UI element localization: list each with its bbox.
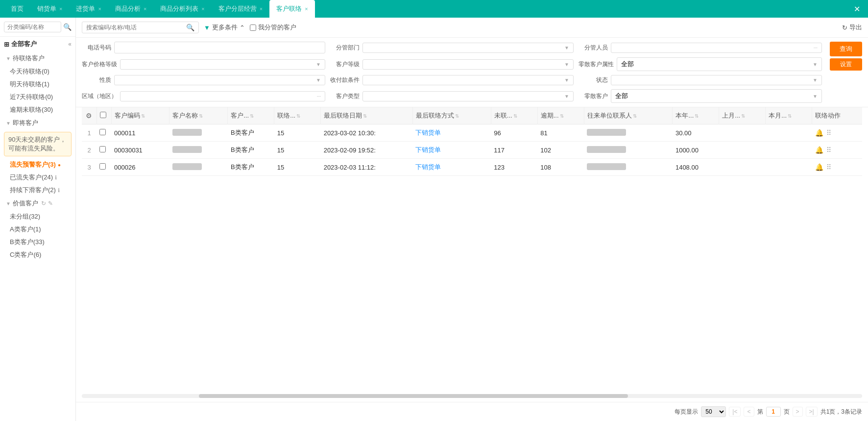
query-button[interactable]: 查询 — [830, 42, 862, 56]
filter-dept: 分管部门 ▼ — [330, 43, 574, 53]
edit-icon[interactable]: ✎ — [48, 200, 53, 207]
sidebar-group-pending[interactable]: ▼ 待联络客户 — [0, 51, 75, 65]
export-icon: ↻ — [842, 24, 847, 31]
cell-last-month — [719, 124, 766, 142]
cell-checkbox[interactable] — [96, 142, 111, 159]
tab-goods-analysis[interactable]: 商品分析 × — [108, 0, 153, 18]
per-page-select[interactable]: 50 20 100 — [701, 406, 726, 417]
refresh-icon[interactable]: ↻ — [41, 200, 46, 207]
cell-last-contact-method: 下销货单 — [412, 124, 491, 142]
tab-customer-contact[interactable]: 客户联络 × — [269, 0, 314, 18]
customer-grade-select[interactable]: ▼ — [362, 59, 574, 70]
pagination-first[interactable]: |< — [729, 407, 741, 417]
sidebar-search-input[interactable] — [4, 22, 61, 32]
sidebar-item-losing[interactable]: 流失预警客户(3) ● — [0, 158, 75, 171]
gender-select[interactable]: ▼ — [114, 75, 325, 85]
scroll-thumb[interactable] — [199, 394, 628, 398]
blurred-name — [172, 146, 202, 153]
my-customers-check[interactable] — [250, 25, 256, 31]
more-actions-icon[interactable]: ⠿ — [826, 146, 831, 154]
search-input[interactable] — [86, 24, 184, 31]
more-conditions-button[interactable]: ▼ 更多条件 ⌃ — [204, 23, 245, 32]
tab-customer-segment[interactable]: 客户分层经营 × — [212, 0, 269, 18]
settings-button[interactable]: 设置 — [830, 58, 862, 71]
phone-input[interactable] — [114, 42, 325, 53]
sidebar-item-tomorrow[interactable]: 明天待联络(1) — [0, 78, 75, 91]
select-all-checkbox[interactable] — [100, 112, 106, 118]
window-close-button[interactable]: ✕ — [850, 4, 864, 14]
sidebar-group-lost[interactable]: ▼ 即将客户 — [0, 116, 75, 130]
info-icon: ℹ — [58, 187, 60, 194]
tab-sales[interactable]: 销货单 × — [30, 0, 69, 18]
contact-icon[interactable]: 🔔 — [815, 163, 823, 171]
row-checkbox[interactable] — [99, 163, 106, 170]
sidebar-item-overdue[interactable]: 逾期未联络(30) — [0, 103, 75, 116]
tab-purchase[interactable]: 进货单 × — [69, 0, 108, 18]
cell-last-month — [719, 159, 766, 176]
tab-bar: 首页 销货单 × 进货单 × 商品分析 × 商品分析列表 × 客户分层经营 × … — [0, 0, 868, 18]
cell-checkbox[interactable] — [96, 124, 111, 142]
customer-type-select[interactable]: ▼ — [362, 91, 574, 101]
tab-goods-list-close[interactable]: × — [201, 6, 204, 12]
cell-last-contact-method: 下销货单 — [412, 142, 491, 159]
payment-select[interactable]: ▼ — [362, 75, 574, 85]
cell-checkbox[interactable] — [96, 159, 111, 176]
tab-sales-close[interactable]: × — [59, 6, 62, 12]
contact-method-link[interactable]: 下销货单 — [415, 129, 441, 136]
sidebar-item-declining[interactable]: 持续下滑客户(2) ℹ — [0, 184, 75, 197]
contact-method-link[interactable]: 下销货单 — [415, 163, 441, 171]
pagination-prev[interactable]: < — [744, 407, 754, 417]
sidebar-item-today[interactable]: 今天待联络(0) — [0, 65, 75, 78]
collapse-icon[interactable]: « — [68, 41, 72, 48]
more-actions-icon[interactable]: ⠿ — [826, 163, 831, 171]
tab-home[interactable]: 首页 — [4, 0, 30, 18]
page-number-input[interactable] — [766, 407, 781, 417]
sidebar-item-unsorted[interactable]: 未分组(32) — [0, 210, 75, 223]
zero-attr-select[interactable]: 全部▼ — [617, 57, 822, 71]
search-bar: 🔍 ▼ 更多条件 ⌃ 我分管的客户 ↻ 导出 — [76, 18, 868, 38]
contact-icon[interactable]: 🔔 — [815, 146, 823, 154]
pagination-last[interactable]: >| — [806, 407, 818, 417]
sidebar-item-classB[interactable]: B类客户(33) — [0, 236, 75, 248]
row-checkbox[interactable] — [99, 129, 106, 135]
pagination-next[interactable]: > — [793, 407, 803, 417]
more-actions-icon[interactable]: ⠿ — [826, 129, 831, 137]
price-grade-select[interactable]: ▼ — [120, 59, 325, 70]
status-select[interactable]: ▼ — [611, 75, 822, 85]
contact-method-link[interactable]: 下销货单 — [415, 146, 441, 153]
horizontal-scrollbar[interactable] — [82, 394, 862, 398]
cell-num: 1 — [82, 124, 96, 142]
sidebar-group-value[interactable]: ▼ 价值客户 ↻ ✎ — [0, 197, 75, 210]
row-checkbox[interactable] — [99, 146, 106, 152]
tab-goods-analysis-close[interactable]: × — [144, 6, 146, 12]
tab-purchase-close[interactable]: × — [98, 6, 101, 12]
export-button[interactable]: ↻ 导出 — [842, 23, 862, 32]
sidebar-item-lost[interactable]: 已流失客户(24) ℹ — [0, 171, 75, 184]
tab-customer-segment-close[interactable]: × — [260, 6, 263, 12]
filter-customer-type: 客户类型 ▼ — [330, 91, 574, 101]
region-select[interactable]: ··· — [120, 91, 325, 101]
tab-customer-contact-close[interactable]: × — [305, 6, 308, 12]
contact-icon[interactable]: 🔔 — [815, 129, 823, 137]
info-icon: ℹ — [55, 174, 57, 181]
search-button[interactable]: 🔍 — [186, 24, 194, 31]
sidebar-search-icon[interactable]: 🔍 — [63, 23, 72, 31]
data-table-area: ⚙ 客户编码⇅ 客户名称⇅ 客户...⇅ — [76, 107, 868, 392]
cell-code: 000011 — [111, 124, 169, 142]
arrow-down-icon: ▼ — [6, 121, 11, 126]
settings-gear-icon[interactable]: ⚙ — [86, 112, 92, 120]
th-last-month: 上月...⇅ — [719, 107, 766, 124]
sidebar-item-week[interactable]: 近7天待联络(0) — [0, 91, 75, 103]
zero-customer-select[interactable]: 全部▼ — [611, 89, 822, 103]
cell-type: B类客户 — [228, 124, 274, 142]
manager-select[interactable]: ··· — [611, 43, 822, 53]
blurred-unit-contact — [587, 146, 626, 153]
tab-goods-list[interactable]: 商品分析列表 × — [153, 0, 211, 18]
cell-action: 🔔 ⠿ — [812, 124, 862, 142]
dept-select[interactable]: ▼ — [362, 43, 574, 53]
sidebar-item-classC[interactable]: C类客户(6) — [0, 248, 75, 261]
sidebar-all-customers[interactable]: ⊞ 全部客户 « — [0, 37, 75, 51]
th-code: 客户编码⇅ — [111, 107, 169, 124]
sidebar-item-classA[interactable]: A类客户(1) — [0, 223, 75, 236]
my-customers-checkbox[interactable]: 我分管的客户 — [250, 23, 296, 32]
